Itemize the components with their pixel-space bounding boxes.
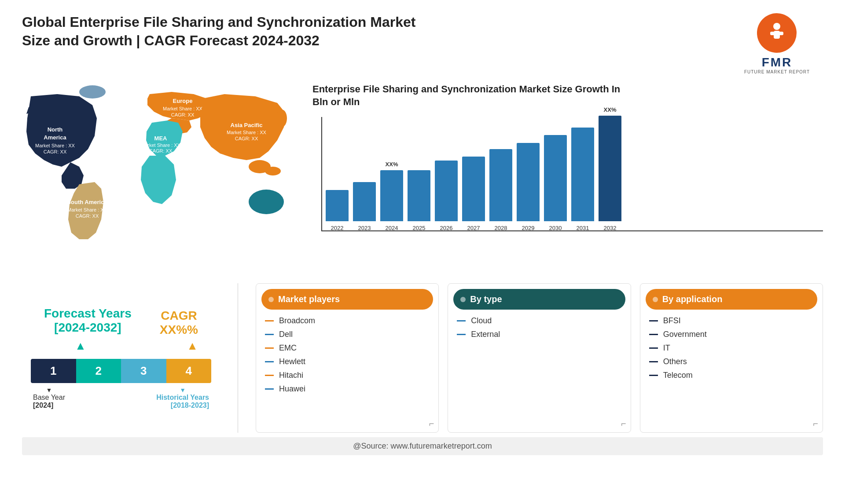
bar-year-label: 2032 bbox=[604, 225, 617, 231]
logo-fmr: FMR bbox=[762, 55, 793, 69]
bar-year-label: 2024 bbox=[386, 225, 398, 231]
bar-year-label: 2022 bbox=[331, 225, 344, 231]
chart-bar bbox=[517, 143, 540, 221]
svg-point-15 bbox=[276, 110, 287, 127]
chart-bar bbox=[571, 128, 594, 221]
svg-text:Asia Pacific: Asia Pacific bbox=[231, 122, 263, 128]
svg-text:Europe: Europe bbox=[173, 98, 193, 104]
asia-pacific-region: Asia Pacific Market Share : XX CAGR: XX bbox=[200, 94, 287, 214]
list-item: Cloud bbox=[457, 316, 621, 325]
bar-group: 2028 bbox=[489, 139, 512, 231]
list-item: Telecom bbox=[649, 371, 814, 380]
by-application-header: By application bbox=[646, 289, 817, 310]
market-players-card: Market players Broadcom Dell EMC Hewlett… bbox=[256, 283, 439, 433]
mea-region: MEA Market Share : XX CAGR: XX bbox=[141, 121, 183, 204]
dash-icon bbox=[265, 320, 274, 321]
list-item: BFSI bbox=[649, 316, 814, 325]
content-top: North America Market Share : XX CAGR: XX… bbox=[22, 83, 823, 272]
cards-section: Market players Broadcom Dell EMC Hewlett… bbox=[256, 283, 823, 433]
svg-text:CAGR: XX: CAGR: XX bbox=[44, 149, 67, 154]
by-type-card: By type Cloud External ⌐ bbox=[448, 283, 631, 433]
svg-text:CAGR: XX: CAGR: XX bbox=[171, 112, 195, 117]
svg-text:South America: South America bbox=[67, 199, 107, 205]
by-type-title: By type bbox=[470, 294, 502, 304]
step-2: 2 bbox=[76, 359, 121, 383]
by-application-card: By application BFSI Government IT Others… bbox=[640, 283, 823, 433]
svg-text:CAGR: XX: CAGR: XX bbox=[235, 136, 258, 141]
south-america-region: South America Market Share : XX CAGR: XX bbox=[67, 182, 107, 239]
bar-group: 2031 bbox=[571, 117, 594, 231]
bar-year-label: 2031 bbox=[577, 225, 589, 231]
chart-title: Enterprise File Sharing and Synchronizat… bbox=[312, 83, 621, 108]
chart-bar bbox=[408, 170, 430, 221]
bar-year-label: 2028 bbox=[495, 225, 507, 231]
svg-text:CAGR: XX: CAGR: XX bbox=[76, 213, 99, 219]
bar-year-label: 2023 bbox=[358, 225, 371, 231]
dash-icon bbox=[649, 347, 658, 349]
chart-bar bbox=[599, 116, 621, 221]
list-item: Hitachi bbox=[265, 371, 430, 380]
forecast-section: Forecast Years [2024-2032] CAGR XX%% ▲ ▲ bbox=[22, 283, 220, 433]
list-item: Huawei bbox=[265, 384, 430, 394]
logo-text-area: FMR FUTURE MARKET REPORT bbox=[744, 55, 810, 74]
forecast-years-label: Forecast Years [2024-2032] bbox=[44, 307, 132, 335]
by-type-content: Cloud External bbox=[448, 310, 630, 419]
svg-text:North: North bbox=[48, 126, 63, 133]
dash-icon bbox=[649, 361, 658, 362]
dash-icon bbox=[457, 320, 466, 321]
list-item: EMC bbox=[265, 343, 430, 353]
section-divider bbox=[238, 283, 238, 433]
map-section: North America Market Share : XX CAGR: XX… bbox=[22, 83, 295, 272]
svg-text:Market Share : XX: Market Share : XX bbox=[163, 106, 203, 111]
list-item: Dell bbox=[265, 330, 430, 339]
chart-bar bbox=[435, 161, 458, 221]
bar-year-label: 2026 bbox=[440, 225, 453, 231]
svg-text:MEA: MEA bbox=[154, 135, 168, 142]
dash-icon bbox=[265, 347, 274, 349]
logo-sub: FUTURE MARKET REPORT bbox=[744, 69, 810, 74]
bar-group: 2029 bbox=[517, 132, 540, 231]
chart-bar bbox=[462, 157, 485, 221]
by-application-content: BFSI Government IT Others Telecom bbox=[640, 310, 823, 419]
market-players-header: Market players bbox=[261, 289, 433, 310]
bar-group: 2025 bbox=[408, 160, 430, 231]
steps-bar: 1 2 3 4 bbox=[31, 359, 211, 383]
logo-container: FMR FUTURE MARKET REPORT bbox=[744, 13, 810, 74]
step-1: 1 bbox=[31, 359, 76, 383]
list-item: Others bbox=[649, 357, 814, 366]
bar-group: XX%2024 bbox=[380, 160, 403, 231]
svg-point-14 bbox=[249, 190, 284, 214]
card-dot bbox=[268, 297, 274, 302]
content-bottom: Forecast Years [2024-2032] CAGR XX%% ▲ ▲ bbox=[22, 283, 823, 433]
dash-icon bbox=[649, 320, 658, 321]
bar-group: 2026 bbox=[435, 150, 458, 231]
chart-bar bbox=[489, 149, 512, 221]
base-year-label: Base Year [2024] bbox=[33, 394, 65, 409]
header: Global Enterprise File Sharing and Synch… bbox=[22, 13, 823, 74]
svg-text:Market Share : XX: Market Share : XX bbox=[67, 207, 107, 212]
dash-icon bbox=[265, 361, 274, 362]
dash-icon bbox=[649, 375, 658, 376]
dash-icon bbox=[265, 388, 274, 390]
historical-label: Historical Years [2018-2023] bbox=[156, 394, 209, 409]
bar-group: 2030 bbox=[544, 124, 567, 231]
bar-top-label: XX% bbox=[386, 160, 398, 168]
bar-group: XX%2032 bbox=[599, 105, 621, 231]
dash-icon bbox=[265, 375, 274, 376]
page-title: Global Enterprise File Sharing and Synch… bbox=[22, 13, 418, 50]
bar-group: 2023 bbox=[353, 172, 376, 231]
logo-circle bbox=[757, 13, 797, 53]
svg-point-13 bbox=[265, 167, 281, 175]
by-type-header: By type bbox=[453, 289, 625, 310]
svg-point-1 bbox=[773, 23, 780, 30]
svg-text:CAGR: XX: CAGR: XX bbox=[149, 148, 173, 153]
dash-icon bbox=[457, 334, 466, 335]
by-application-title: By application bbox=[662, 294, 723, 304]
dash-icon bbox=[265, 334, 274, 335]
step-3: 3 bbox=[121, 359, 166, 383]
bar-group: 2027 bbox=[462, 146, 485, 231]
source-bar: @Source: www.futuremarketreport.com bbox=[22, 437, 823, 455]
dash-icon bbox=[649, 334, 658, 335]
svg-rect-4 bbox=[778, 32, 783, 35]
svg-text:Market Share : XX: Market Share : XX bbox=[141, 142, 181, 148]
